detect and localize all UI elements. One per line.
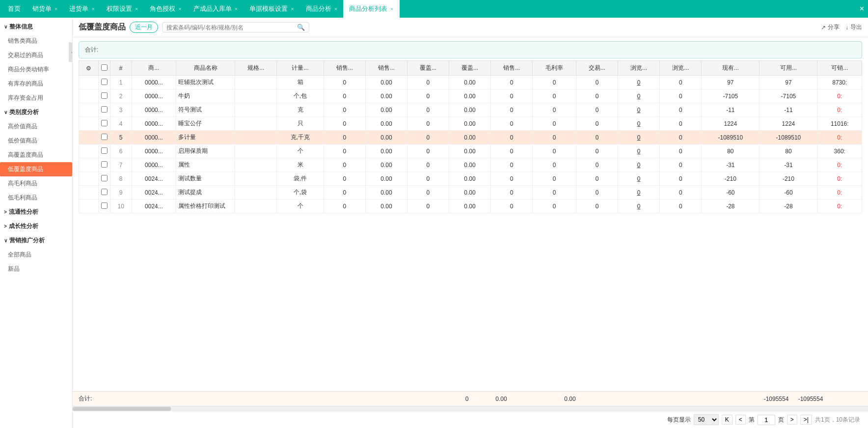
- cell-current: -210: [702, 172, 760, 186]
- close-icon[interactable]: ×: [291, 6, 294, 12]
- sidebar-item-new-goods[interactable]: 新品: [0, 262, 72, 276]
- row-checkbox[interactable]: [101, 120, 108, 126]
- sidebar-section-overall[interactable]: ∨ 整体信息: [0, 20, 72, 34]
- browse-link[interactable]: 0: [637, 148, 641, 155]
- sidebar-item-high-value[interactable]: 高价值商品: [0, 119, 72, 134]
- close-icon[interactable]: ×: [91, 6, 94, 12]
- browse-link[interactable]: 0: [637, 107, 641, 114]
- close-icon[interactable]: ×: [178, 6, 181, 12]
- close-all-tabs-button[interactable]: ×: [860, 4, 864, 13]
- row-checkbox[interactable]: [101, 202, 108, 209]
- cell-browse1[interactable]: 0: [618, 158, 660, 172]
- content-header: 低覆盖度商品 近一月 🔍 ↗ 分享 ↓ 导出: [73, 18, 868, 37]
- filter-recent-month-button[interactable]: 近一月: [130, 22, 158, 33]
- cell-checkbox[interactable]: [98, 200, 110, 213]
- sidebar-item-stock-goods[interactable]: 有库存的商品: [0, 77, 72, 91]
- close-icon[interactable]: ×: [235, 6, 238, 12]
- sidebar-section-liquidity[interactable]: > 流通性分析: [0, 205, 72, 219]
- browse-link[interactable]: 0: [637, 175, 641, 182]
- share-button[interactable]: ↗ 分享: [821, 23, 840, 31]
- browse-link[interactable]: 0: [637, 189, 641, 196]
- browse-link[interactable]: 0: [637, 79, 641, 86]
- sidebar-section-growth[interactable]: > 成长性分析: [0, 219, 72, 233]
- row-checkbox[interactable]: [101, 92, 108, 99]
- cell-browse1[interactable]: 0: [618, 103, 660, 117]
- close-icon[interactable]: ×: [390, 6, 393, 12]
- cell-checkbox[interactable]: [98, 117, 110, 131]
- sidebar-collapse-button[interactable]: «: [69, 42, 73, 62]
- cell-checkbox[interactable]: [98, 144, 110, 158]
- nav-tab-product-analysis-list[interactable]: 商品分析列表 ×: [343, 0, 399, 18]
- nav-tab-home[interactable]: 首页: [2, 0, 27, 18]
- horizontal-scrollbar[interactable]: [73, 406, 868, 411]
- export-button[interactable]: ↓ 导出: [845, 23, 862, 31]
- select-all-checkbox[interactable]: [101, 64, 108, 71]
- sidebar-section-category[interactable]: ∨ 类别度分析: [0, 105, 72, 119]
- sidebar-item-low-coverage[interactable]: 低覆盖度商品: [0, 162, 72, 176]
- cell-checkbox[interactable]: [98, 158, 110, 172]
- row-checkbox[interactable]: [101, 147, 108, 154]
- cell-name: 符号测试: [176, 103, 235, 117]
- cell-sales3: 0: [491, 200, 533, 213]
- cell-checkbox[interactable]: [98, 186, 110, 200]
- sidebar-item-sales-goods[interactable]: 销售类商品: [0, 34, 72, 48]
- close-icon[interactable]: ×: [334, 6, 337, 12]
- last-page-button[interactable]: >|: [800, 415, 812, 425]
- cell-checkbox[interactable]: [98, 76, 110, 89]
- cell-checkbox[interactable]: [98, 89, 110, 103]
- cell-browse1[interactable]: 0: [618, 172, 660, 186]
- row-checkbox[interactable]: [101, 175, 108, 181]
- cell-checkbox[interactable]: [98, 131, 110, 144]
- row-checkbox[interactable]: [101, 161, 108, 168]
- sidebar-item-high-coverage[interactable]: 高覆盖度商品: [0, 148, 72, 162]
- per-page-select[interactable]: 50 20 100 200: [694, 414, 719, 425]
- nav-tab-role[interactable]: 角色授权 ×: [144, 0, 187, 18]
- close-icon[interactable]: ×: [54, 6, 57, 12]
- cell-unit: 个: [277, 144, 324, 158]
- browse-link[interactable]: 0: [637, 120, 641, 127]
- cell-browse1[interactable]: 0: [618, 89, 660, 103]
- cell-browse1[interactable]: 0: [618, 200, 660, 213]
- browse-link[interactable]: 0: [637, 203, 641, 210]
- nav-tab-purchase[interactable]: 进货单 ×: [63, 0, 100, 18]
- current-page-input[interactable]: [758, 415, 775, 425]
- row-checkbox[interactable]: [101, 106, 108, 113]
- sidebar-item-high-margin[interactable]: 高毛利商品: [0, 176, 72, 191]
- prev-page-button[interactable]: <: [735, 415, 746, 425]
- sidebar-item-traded-goods[interactable]: 交易过的商品: [0, 48, 72, 62]
- first-page-button[interactable]: K: [722, 415, 732, 425]
- th-checkbox[interactable]: [98, 61, 110, 76]
- sidebar-item-capital-use[interactable]: 库存资金占用: [0, 91, 72, 105]
- cell-browse1[interactable]: 0: [618, 186, 660, 200]
- table-wrapper[interactable]: ⚙ # 商... 商品名称 规格... 计量... 销售... 销售... 覆盖…: [73, 60, 868, 391]
- nav-tab-permission[interactable]: 权限设置 ×: [101, 0, 144, 18]
- chevron-down-icon: ∨: [4, 24, 7, 29]
- nav-tab-template[interactable]: 单据模板设置 ×: [244, 0, 299, 18]
- nav-tab-sales[interactable]: 销货单 ×: [27, 0, 63, 18]
- next-page-button[interactable]: >: [787, 415, 797, 425]
- browse-link[interactable]: 0: [637, 162, 641, 169]
- chevron-right-icon: >: [4, 209, 7, 215]
- sidebar-item-low-value[interactable]: 低价值商品: [0, 134, 72, 148]
- row-checkbox[interactable]: [101, 189, 108, 195]
- sidebar-item-all-goods[interactable]: 全部商品: [0, 248, 72, 262]
- nav-tab-product-analysis[interactable]: 商品分析 ×: [300, 0, 343, 18]
- sidebar-section-marketing[interactable]: ∨ 营销推广分析: [0, 233, 72, 248]
- row-checkbox[interactable]: [101, 134, 108, 140]
- nav-tab-product-entry[interactable]: 产成品入库单 ×: [188, 0, 244, 18]
- cell-browse1[interactable]: 0: [618, 144, 660, 158]
- cell-checkbox[interactable]: [98, 172, 110, 186]
- cell-settings: [79, 131, 99, 144]
- close-icon[interactable]: ×: [135, 6, 138, 12]
- search-input[interactable]: [166, 24, 297, 31]
- browse-link[interactable]: 0: [637, 134, 641, 141]
- row-checkbox[interactable]: [101, 79, 108, 85]
- cell-browse1[interactable]: 0: [618, 117, 660, 131]
- cell-browse1[interactable]: 0: [618, 76, 660, 89]
- th-settings[interactable]: ⚙: [79, 61, 99, 76]
- sidebar-item-category-rate[interactable]: 商品分类动销率: [0, 62, 72, 77]
- sidebar-item-low-margin[interactable]: 低毛利商品: [0, 191, 72, 205]
- browse-link[interactable]: 0: [637, 93, 641, 100]
- cell-browse1[interactable]: 0: [618, 131, 660, 144]
- cell-checkbox[interactable]: [98, 103, 110, 117]
